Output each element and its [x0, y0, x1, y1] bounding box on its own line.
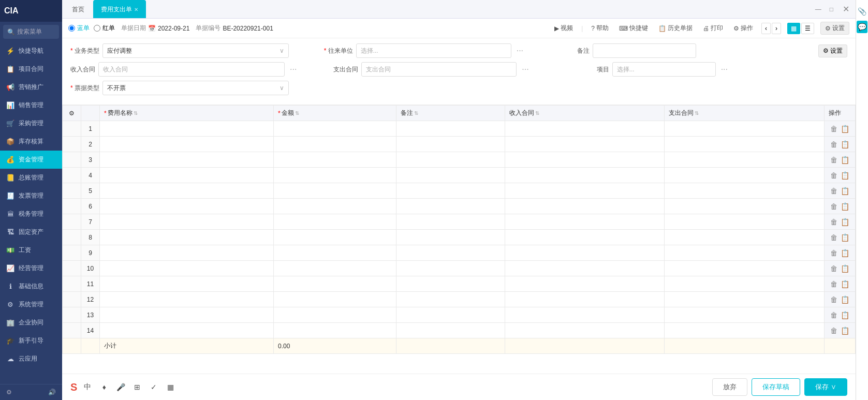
right-tab-attach[interactable]: 📎: [856, 4, 868, 19]
sidebar-item-enterprise[interactable]: 🏢 企业协同: [0, 314, 62, 332]
window-minimize[interactable]: —: [812, 5, 825, 14]
row-amount-cell[interactable]: [273, 199, 396, 214]
sidebar-item-tax[interactable]: 🏛 税务管理: [0, 205, 62, 223]
row-amount-cell[interactable]: [273, 292, 396, 307]
copy-icon[interactable]: 📋: [840, 171, 850, 180]
diamond-icon[interactable]: ♦: [98, 381, 110, 393]
row-name-cell[interactable]: [100, 276, 274, 292]
window-maximize[interactable]: □: [827, 5, 836, 14]
radio-red[interactable]: 红单: [94, 24, 115, 33]
th-amount[interactable]: * 金额 ⇅: [273, 106, 396, 121]
right-tab-active[interactable]: 💬: [857, 21, 867, 33]
copy-icon[interactable]: 📋: [840, 310, 850, 320]
row-name-cell[interactable]: [100, 292, 274, 307]
list-view-btn[interactable]: ☰: [801, 23, 814, 34]
sidebar-item-marketing[interactable]: 📢 营销推广: [0, 78, 62, 96]
delete-icon[interactable]: 🗑: [830, 140, 838, 149]
delete-icon[interactable]: 🗑: [830, 310, 838, 320]
sidebar-item-inventory[interactable]: 📦 库存核算: [0, 132, 62, 151]
delete-icon[interactable]: 🗑: [830, 155, 838, 165]
th-expense-contract[interactable]: 支出合同 ⇅: [665, 106, 825, 121]
th-settings[interactable]: ⚙: [63, 106, 81, 121]
th-income-contract[interactable]: 收入合同 ⇅: [505, 106, 665, 121]
copy-icon[interactable]: 📋: [840, 217, 850, 227]
copy-icon[interactable]: 📋: [840, 248, 850, 258]
operate-btn[interactable]: ⚙ 操作: [731, 23, 755, 34]
row-name-cell[interactable]: [100, 121, 274, 137]
row-expense-contract-cell[interactable]: [665, 307, 825, 323]
row-amount-cell[interactable]: [273, 152, 396, 168]
row-expense-contract-cell[interactable]: [665, 261, 825, 276]
mic-icon[interactable]: 🎤: [114, 381, 127, 393]
copy-icon[interactable]: 📋: [840, 295, 850, 304]
grid-icon[interactable]: ⊞: [131, 381, 143, 393]
copy-icon[interactable]: 📋: [840, 202, 850, 211]
row-amount-cell[interactable]: [273, 307, 396, 323]
row-expense-contract-cell[interactable]: [665, 137, 825, 152]
row-remark-cell[interactable]: [396, 199, 505, 214]
shortcut-btn[interactable]: ⌨ 快捷键: [617, 23, 650, 34]
row-amount-cell[interactable]: [273, 121, 396, 137]
income-contract-dots[interactable]: ···: [290, 65, 297, 74]
copy-icon[interactable]: 📋: [840, 155, 850, 165]
row-amount-cell[interactable]: [273, 137, 396, 152]
delete-icon[interactable]: 🗑: [830, 248, 838, 258]
tab-expense[interactable]: 费用支出单 ✕: [93, 0, 146, 18]
business-type-input[interactable]: 应付调整 ∨: [102, 43, 289, 58]
delete-icon[interactable]: 🗑: [830, 202, 838, 211]
partner-dots[interactable]: ···: [517, 46, 523, 55]
save-draft-button[interactable]: 保存草稿: [752, 378, 800, 396]
save-button[interactable]: 保存 ∨: [804, 378, 847, 396]
tab-home[interactable]: 首页: [64, 0, 92, 18]
row-amount-cell[interactable]: [273, 261, 396, 276]
form-settings-btn[interactable]: ⚙ 设置: [818, 45, 847, 57]
row-name-cell[interactable]: [100, 168, 274, 183]
next-btn[interactable]: ›: [772, 23, 781, 34]
settings-bottom-icon[interactable]: ⚙: [6, 389, 12, 396]
row-name-cell[interactable]: [100, 199, 274, 214]
row-income-contract-cell[interactable]: [505, 245, 665, 261]
row-income-contract-cell[interactable]: [505, 323, 665, 338]
th-remark[interactable]: 备注 ⇅: [396, 106, 505, 121]
row-income-contract-cell[interactable]: [505, 137, 665, 152]
copy-icon[interactable]: 📋: [840, 124, 850, 134]
row-expense-contract-cell[interactable]: [665, 214, 825, 230]
window-close[interactable]: ✕: [838, 3, 854, 15]
sidebar-item-payroll[interactable]: 💵 工资: [0, 241, 62, 259]
sidebar-search[interactable]: 🔍 搜索菜单: [3, 25, 59, 39]
row-remark-cell[interactable]: [396, 261, 505, 276]
row-income-contract-cell[interactable]: [505, 214, 665, 230]
tab-close-icon[interactable]: ✕: [134, 7, 138, 12]
row-name-cell[interactable]: [100, 230, 274, 245]
history-btn[interactable]: 📋 历史单据: [656, 23, 695, 34]
discard-button[interactable]: 放弃: [712, 378, 747, 396]
delete-icon[interactable]: 🗑: [830, 217, 838, 227]
delete-icon[interactable]: 🗑: [830, 326, 838, 335]
sidebar-item-ledger[interactable]: 📒 总账管理: [0, 169, 62, 187]
row-expense-contract-cell[interactable]: [665, 168, 825, 183]
row-income-contract-cell[interactable]: [505, 230, 665, 245]
copy-icon[interactable]: 📋: [840, 233, 850, 242]
row-amount-cell[interactable]: [273, 276, 396, 292]
sidebar-item-project-contract[interactable]: 📋 项目合同: [0, 60, 62, 78]
sidebar-item-base-info[interactable]: ℹ 基础信息: [0, 277, 62, 295]
row-income-contract-cell[interactable]: [505, 183, 665, 199]
sidebar-item-shortcut[interactable]: ⚡ 快捷导航: [0, 42, 62, 60]
help-btn[interactable]: ? 帮助: [589, 23, 611, 34]
row-remark-cell[interactable]: [396, 245, 505, 261]
grid-view-btn[interactable]: ▦: [787, 23, 800, 34]
print-btn[interactable]: 🖨 打印: [701, 23, 725, 34]
project-input[interactable]: 选择...: [612, 62, 716, 77]
row-expense-contract-cell[interactable]: [665, 199, 825, 214]
row-name-cell[interactable]: [100, 307, 274, 323]
row-income-contract-cell[interactable]: [505, 199, 665, 214]
income-contract-input[interactable]: 收入合同: [98, 62, 285, 77]
row-name-cell[interactable]: [100, 261, 274, 276]
row-name-cell[interactable]: [100, 183, 274, 199]
sidebar-item-purchase[interactable]: 🛒 采购管理: [0, 114, 62, 132]
delete-icon[interactable]: 🗑: [830, 124, 838, 134]
row-expense-contract-cell[interactable]: [665, 230, 825, 245]
row-remark-cell[interactable]: [396, 307, 505, 323]
row-name-cell[interactable]: [100, 323, 274, 338]
row-name-cell[interactable]: [100, 152, 274, 168]
